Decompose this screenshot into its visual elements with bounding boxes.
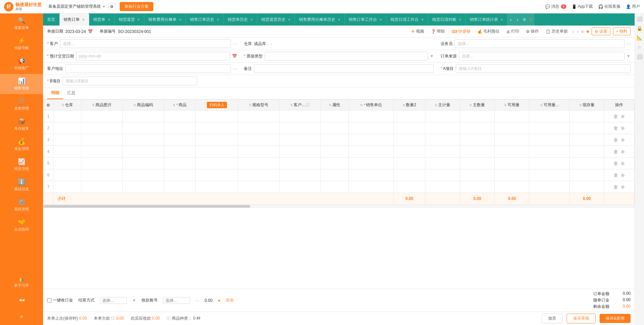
sort-icon[interactable]: ⇅ xyxy=(469,104,472,107)
sort-icon[interactable]: ⇅ xyxy=(62,104,64,107)
tab-close-icon[interactable]: ✕ xyxy=(459,18,461,22)
row-attr[interactable] xyxy=(320,181,348,193)
tab-close-icon[interactable]: ✕ xyxy=(379,18,382,22)
row-current[interactable] xyxy=(569,111,604,122)
tab-close-icon[interactable]: ✕ xyxy=(82,18,85,22)
row-unit[interactable] xyxy=(349,181,394,193)
sort-icon[interactable]: ⇅ xyxy=(249,104,252,107)
row-qty2[interactable] xyxy=(393,122,425,134)
row-qty2[interactable] xyxy=(393,181,425,193)
row-attr[interactable] xyxy=(320,169,348,181)
row-warehouse[interactable] xyxy=(53,158,81,169)
row-available2[interactable] xyxy=(529,169,569,181)
row-main-unit[interactable] xyxy=(425,111,460,122)
horizontal-scrollbar[interactable] xyxy=(43,205,635,208)
tab-daily-workbench[interactable]: 钱货日清工作台 ✕ xyxy=(386,13,428,26)
row-available[interactable] xyxy=(495,158,529,169)
payment-input[interactable] xyxy=(100,297,127,304)
row-customer-code[interactable] xyxy=(279,169,320,181)
row-unit[interactable] xyxy=(349,122,394,134)
tab-close-icon[interactable]: ✕ xyxy=(137,18,140,22)
tab-expense-history[interactable]: 销售费用分摊单历史 ✕ xyxy=(295,13,345,26)
row-code[interactable] xyxy=(123,111,164,122)
tab-close-icon[interactable]: ✕ xyxy=(250,18,253,22)
print-btn[interactable]: 🖨 打印 xyxy=(504,28,521,35)
invoice-dropdown-icon[interactable]: ▼ xyxy=(430,54,434,58)
address-input[interactable] xyxy=(65,64,231,73)
row-available[interactable] xyxy=(495,122,529,134)
row-delete-btn[interactable]: 🗑 xyxy=(613,125,619,131)
sidebar-item-operations[interactable]: 📈 经营管理 xyxy=(0,155,43,175)
save-new-button[interactable]: 保存&新增 xyxy=(600,314,631,323)
row-goods[interactable] xyxy=(164,122,195,134)
row-spec[interactable] xyxy=(238,122,279,134)
tab-home[interactable]: 首页 xyxy=(43,13,60,26)
row-attr[interactable] xyxy=(320,111,348,122)
row-unit[interactable] xyxy=(349,146,394,158)
settings-icon[interactable]: ⚙ xyxy=(108,3,116,10)
row-unit[interactable] xyxy=(349,134,394,146)
th-settings[interactable]: ⚙ xyxy=(43,100,53,111)
tab-next-btn[interactable]: › xyxy=(514,13,521,26)
tab-close-icon[interactable]: ✕ xyxy=(108,18,110,22)
row-spec[interactable] xyxy=(238,181,279,193)
row-available2[interactable] xyxy=(529,158,569,169)
row-copy-btn[interactable]: ⊕ xyxy=(620,184,626,190)
row-spec[interactable] xyxy=(238,134,279,146)
row-current[interactable] xyxy=(569,169,604,181)
payment-dropdown-icon[interactable]: ▼ xyxy=(132,298,136,303)
grid-view-icon[interactable]: ≡ xyxy=(581,29,584,34)
sort-icon[interactable]: ⇅ xyxy=(92,104,95,107)
profit-btn[interactable]: 💰 毛利预估 xyxy=(475,28,501,35)
invoice-input[interactable]: 不开票 xyxy=(265,52,428,60)
customer-input[interactable] xyxy=(60,39,231,48)
sidebar-settings-btn[interactable]: ⚙ xyxy=(0,308,43,325)
row-qty2[interactable] xyxy=(393,111,425,122)
row-goods[interactable] xyxy=(164,158,195,169)
row-copy-btn[interactable]: ⊕ xyxy=(620,172,626,178)
row-current[interactable] xyxy=(569,146,604,158)
solution-button[interactable]: 体验行业方案 xyxy=(120,2,153,11)
row-code[interactable] xyxy=(123,158,164,169)
calendar-icon[interactable]: 📅 xyxy=(88,29,93,34)
sort-icon[interactable]: ⇅ xyxy=(540,104,543,107)
row-goods[interactable] xyxy=(164,134,195,146)
one-click-checkbox[interactable] xyxy=(47,298,51,302)
nav-prev-icon[interactable]: ‹ xyxy=(572,29,574,34)
row-available2[interactable] xyxy=(529,146,569,158)
row-spec[interactable] xyxy=(238,146,279,158)
row-customer-code[interactable] xyxy=(279,111,320,122)
right-panel-btn-1[interactable]: ⬜ xyxy=(636,15,644,23)
sidebar-item-enterprise[interactable]: 🤝 企业协同 xyxy=(0,215,43,235)
row-qty2[interactable] xyxy=(393,158,425,169)
tab-prev-btn[interactable]: ‹ xyxy=(507,13,514,26)
row-delete-btn[interactable]: 🗑 xyxy=(613,148,619,155)
scan-btn[interactable]: 扫码录入 xyxy=(207,102,227,108)
sidebar-item-marketing[interactable]: 📢 营销推广 xyxy=(0,54,43,74)
row-qty2[interactable] xyxy=(393,169,425,181)
row-warehouse[interactable] xyxy=(53,146,81,158)
tab-close-icon[interactable]: ✕ xyxy=(500,18,503,22)
delivery-input[interactable] xyxy=(76,52,230,60)
address-more-icon[interactable]: ··· xyxy=(233,66,237,71)
row-unit[interactable] xyxy=(349,111,394,122)
row-warehouse[interactable] xyxy=(53,181,81,193)
sidebar-item-purchase[interactable]: 🛒 采购管理 xyxy=(0,94,43,114)
tab-close-all-btn[interactable]: ✕ xyxy=(528,13,534,26)
row-code[interactable] xyxy=(123,169,164,181)
row-main-qty[interactable] xyxy=(460,181,495,193)
row-current[interactable] xyxy=(569,158,604,169)
row-current[interactable] xyxy=(569,134,604,146)
row-current[interactable] xyxy=(569,122,604,134)
row-warehouse[interactable] xyxy=(53,134,81,146)
tab-daily-reconcile[interactable]: 钱货日清对账 ✕ xyxy=(428,13,466,26)
b-project-input[interactable] xyxy=(63,77,197,85)
tab-return-history[interactable]: 销货退货历史 ✕ xyxy=(257,13,295,26)
settings-btn[interactable]: ⚙ 设置 xyxy=(592,28,610,35)
row-customer-code[interactable] xyxy=(279,146,320,158)
row-customer-code[interactable] xyxy=(279,122,320,134)
tab-close-icon[interactable]: ✕ xyxy=(288,18,291,22)
tab-sales-return[interactable]: 销货退货 ✕ xyxy=(115,13,144,26)
row-main-unit[interactable] xyxy=(425,122,460,134)
row-main-qty[interactable] xyxy=(460,158,495,169)
